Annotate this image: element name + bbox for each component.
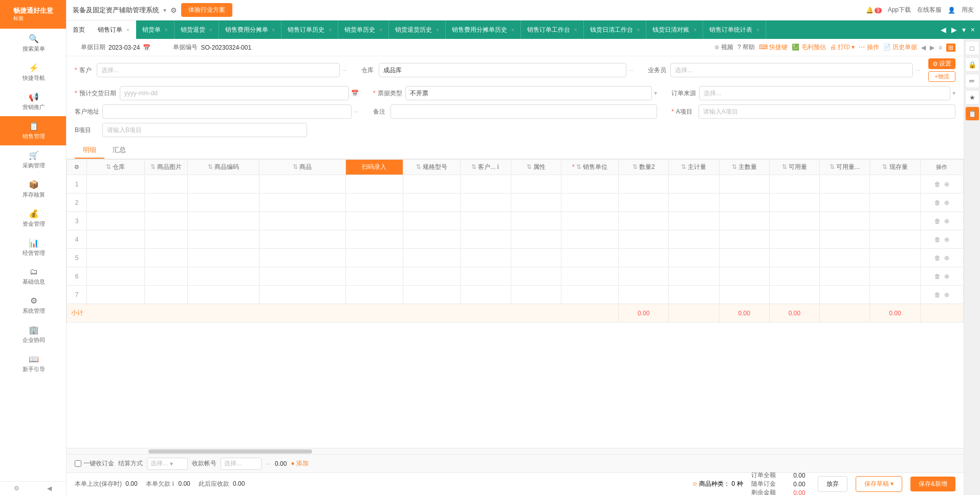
sidebar-item-marketing[interactable]: 📢 营销推广	[0, 87, 66, 116]
view-toggle-list[interactable]: ≡	[939, 44, 942, 51]
save-new-button[interactable]: 保存&新增	[910, 477, 955, 491]
cell-3-5[interactable]	[345, 212, 403, 230]
add-material-button[interactable]: +物流	[928, 71, 955, 82]
cell-2-3[interactable]	[187, 193, 259, 212]
num-value[interactable]: SO-20230324-001	[201, 44, 251, 51]
info-icon[interactable]: ℹ	[497, 163, 499, 170]
tab-close-icon[interactable]: ×	[637, 27, 640, 33]
horizontal-scrollbar[interactable]	[67, 448, 964, 454]
table-row[interactable]: 6 🗑 ⊕	[67, 267, 964, 286]
cell-3-7[interactable]	[461, 212, 511, 230]
help-link[interactable]: ? 帮助	[737, 43, 755, 52]
sort-icon[interactable]: ⇅	[576, 163, 581, 170]
note-input[interactable]	[390, 104, 657, 119]
tab-detail[interactable]: 明细	[75, 142, 104, 159]
cell-2-8[interactable]	[511, 193, 561, 212]
sort-icon[interactable]: ⇅	[681, 163, 686, 170]
cell-1-15[interactable]	[870, 175, 920, 193]
cell-6-12[interactable]	[719, 267, 769, 286]
sort-icon[interactable]: ⇅	[882, 163, 887, 170]
tab-sales-order-history[interactable]: 销售订单历史 ×	[281, 20, 338, 39]
tab-invoice-history[interactable]: 销货单历史 ×	[338, 20, 389, 39]
sidebar-item-corp[interactable]: 🏢 企业协同	[0, 320, 66, 349]
table-row[interactable]: 3 🗑 ⊕	[67, 212, 964, 230]
cell-6-2[interactable]	[144, 267, 187, 286]
sort-icon[interactable]: ⇅	[471, 163, 476, 170]
cell-7-3[interactable]	[187, 286, 259, 304]
cell-5-13[interactable]	[769, 249, 819, 267]
cell-7-7[interactable]	[461, 286, 511, 304]
discard-button[interactable]: 放弃	[818, 476, 847, 492]
tab-sales-return[interactable]: 销货退货 ×	[175, 20, 219, 39]
save-draft-dropdown-icon[interactable]: ▾	[890, 480, 894, 487]
table-wrapper[interactable]: ⚙ ⇅ 仓库 ⇅ 商品图片	[67, 159, 964, 448]
delete-icon[interactable]: 🗑	[934, 236, 941, 243]
cell-6-7[interactable]	[461, 267, 511, 286]
table-row[interactable]: 5 🗑 ⊕	[67, 249, 964, 267]
tab-prev-icon[interactable]: ◀	[939, 25, 948, 35]
cell-4-11[interactable]	[669, 230, 719, 249]
invoice-dropdown-icon[interactable]: ▾	[654, 90, 657, 97]
rpanel-icon-1[interactable]: □	[965, 41, 979, 55]
cell-6-5[interactable]	[345, 267, 403, 286]
tab-close-icon[interactable]: ×	[511, 27, 514, 33]
cell-3-1[interactable]	[87, 212, 144, 230]
tab-close-icon[interactable]: ×	[574, 27, 577, 33]
cell-7-4[interactable]	[259, 286, 345, 304]
rpanel-icon-3[interactable]: ✏	[965, 74, 979, 88]
cell-7-9[interactable]	[561, 286, 618, 304]
col-settings-header[interactable]: ⚙	[67, 160, 87, 175]
sort-icon[interactable]: ⇅	[782, 163, 787, 170]
cell-3-8[interactable]	[511, 212, 561, 230]
staff-input[interactable]: 选择...	[670, 63, 913, 77]
tab-sales-workbench[interactable]: 销售订单工作台 ×	[521, 20, 584, 39]
shortcut-link[interactable]: ⌨ 快捷键	[759, 43, 788, 52]
cell-1-10[interactable]	[619, 175, 669, 193]
cell-ops-5[interactable]: 🗑 ⊕	[920, 249, 963, 267]
industry-solution-btn[interactable]: 体验行业方案	[181, 3, 232, 17]
cell-5-15[interactable]	[870, 249, 920, 267]
sidebar-item-quick[interactable]: ⚡ 快捷导航	[0, 58, 66, 87]
cell-4-1[interactable]	[87, 230, 144, 249]
cell-5-14[interactable]	[820, 249, 870, 267]
tab-daily-clear-workbench[interactable]: 钱货日清工作台 ×	[584, 20, 647, 39]
tab-close-icon[interactable]: ×	[126, 27, 129, 33]
cell-1-14[interactable]	[820, 175, 870, 193]
cell-4-15[interactable]	[870, 230, 920, 249]
online-service-link[interactable]: 在线客服	[917, 6, 942, 14]
tab-close-icon[interactable]: ×	[756, 27, 759, 33]
cell-ops-3[interactable]: 🗑 ⊕	[920, 212, 963, 230]
cell-7-1[interactable]	[87, 286, 144, 304]
cell-4-12[interactable]	[719, 230, 769, 249]
col-scan-header[interactable]: 扫码录入	[345, 160, 403, 175]
cell-6-3[interactable]	[187, 267, 259, 286]
delivery-calendar-icon[interactable]: 📅	[351, 90, 359, 97]
cell-3-6[interactable]	[403, 212, 460, 230]
sort-icon[interactable]: ⇅	[150, 163, 156, 170]
tab-sales-stats[interactable]: 销售订单统计表 ×	[703, 20, 766, 39]
cell-2-15[interactable]	[870, 193, 920, 212]
customer-input[interactable]: 选择...	[97, 63, 340, 77]
cell-4-14[interactable]	[820, 230, 870, 249]
cell-1-9[interactable]	[561, 175, 618, 193]
payment-dropdown-icon[interactable]: ▾	[170, 460, 173, 467]
cell-4-3[interactable]	[187, 230, 259, 249]
tab-home[interactable]: 首页	[67, 20, 92, 39]
tab-return-history[interactable]: 销货退货历史 ×	[389, 20, 446, 39]
cell-5-1[interactable]	[87, 249, 144, 267]
rpanel-icon-4[interactable]: ★	[965, 90, 979, 104]
cell-5-11[interactable]	[669, 249, 719, 267]
cell-7-15[interactable]	[870, 286, 920, 304]
cell-6-1[interactable]	[87, 267, 144, 286]
sort-icon[interactable]: ⇅	[830, 163, 835, 170]
user-avatar[interactable]: 👤	[948, 7, 955, 14]
profit-link[interactable]: 💹 毛利预估	[792, 43, 825, 52]
warehouse-more-icon[interactable]: ···	[628, 67, 634, 74]
add-payment-btn[interactable]: ● 添加	[291, 459, 309, 468]
sidebar-collapse-btn[interactable]: ◀	[33, 485, 67, 492]
cell-6-14[interactable]	[820, 267, 870, 286]
sort-icon[interactable]: ⇅	[633, 163, 638, 170]
cell-3-11[interactable]	[669, 212, 719, 230]
cell-1-4[interactable]	[259, 175, 345, 193]
app-download-link[interactable]: App下载	[888, 6, 911, 14]
